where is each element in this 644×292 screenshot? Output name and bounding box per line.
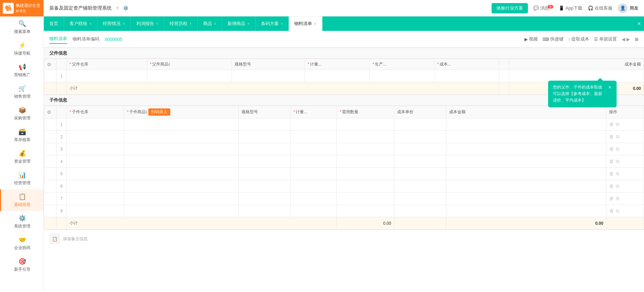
- child-cell-qty-5[interactable]: [337, 168, 394, 180]
- child-cell-unitcost-2[interactable]: [394, 131, 446, 143]
- child-cell-unit-7[interactable]: [290, 192, 337, 205]
- child-cell-unitcost-5[interactable]: [394, 168, 446, 180]
- delete-icon-4[interactable]: 🗑: [609, 159, 614, 164]
- delete-icon-7[interactable]: 🗑: [609, 196, 614, 201]
- child-cell-warehouse-3[interactable]: [67, 143, 124, 155]
- child-cell-spec-7[interactable]: [238, 192, 290, 205]
- sidebar-item-system[interactable]: ⚙️系统管理: [0, 211, 44, 233]
- delete-icon-2[interactable]: 🗑: [609, 134, 614, 140]
- parent-cell-unit-1[interactable]: [305, 70, 370, 82]
- parent-cell-goods-1[interactable]: [147, 70, 232, 82]
- nav-tab-7[interactable]: 条码方案×: [256, 16, 289, 31]
- nav-tab-close-3[interactable]: ×: [156, 22, 158, 26]
- child-cell-warehouse-7[interactable]: [67, 192, 124, 205]
- child-cell-spec-2[interactable]: [238, 131, 290, 143]
- message-button[interactable]: 💬 消息: [533, 5, 549, 11]
- sidebar-item-operations[interactable]: 📊经营管理: [0, 168, 44, 189]
- copy-icon-4[interactable]: ⧉: [616, 159, 619, 164]
- child-cell-unitcost-7[interactable]: [394, 192, 446, 205]
- child-cell-goods-7[interactable]: [124, 192, 238, 205]
- child-cell-spec-8[interactable]: [238, 205, 290, 217]
- delete-icon-3[interactable]: 🗑: [609, 146, 614, 152]
- child-cell-qty-3[interactable]: [337, 143, 394, 155]
- nav-tab-1[interactable]: 客户联络×: [64, 16, 97, 31]
- nav-tab-0[interactable]: 首页: [44, 16, 64, 31]
- child-cell-warehouse-1[interactable]: [67, 118, 124, 131]
- tooltip-close-button[interactable]: ✕: [608, 84, 612, 91]
- child-cell-spec-5[interactable]: [238, 168, 290, 180]
- sidebar-item-inventory[interactable]: 🗃️库存核算: [0, 125, 44, 146]
- child-cell-unit-6[interactable]: [290, 180, 337, 192]
- child-cell-warehouse-5[interactable]: [67, 168, 124, 180]
- child-cell-goods-1[interactable]: [124, 118, 238, 131]
- child-cell-warehouse-8[interactable]: [67, 205, 124, 217]
- sidebar-item-search[interactable]: 🔍搜索菜单: [0, 16, 44, 38]
- child-cell-qty-6[interactable]: [337, 180, 394, 192]
- scan-button[interactable]: 扫码录入: [148, 108, 170, 116]
- sidebar-item-finance[interactable]: 💰资金管理: [0, 146, 44, 168]
- bottom-icon[interactable]: 📋: [49, 233, 60, 244]
- child-cell-unit-1[interactable]: [290, 118, 337, 131]
- prev-button[interactable]: ◀: [622, 37, 625, 42]
- nav-tab-close-4[interactable]: ×: [189, 22, 191, 26]
- online-service-button[interactable]: 🎧 在线客服: [588, 5, 612, 11]
- copy-icon-3[interactable]: ⧉: [616, 146, 619, 152]
- nav-tab-4[interactable]: 经营历程×: [164, 16, 197, 31]
- next-button[interactable]: ▶: [627, 37, 630, 42]
- child-cell-unitcost-1[interactable]: [394, 118, 446, 131]
- sidebar-item-sales[interactable]: 🛒销售管理: [0, 81, 44, 103]
- nav-tab-5[interactable]: 商品×: [198, 16, 222, 31]
- child-cell-unit-3[interactable]: [290, 143, 337, 155]
- child-cell-spec-1[interactable]: [238, 118, 290, 131]
- sidebar-item-quick-nav[interactable]: ⚡快捷导航: [0, 38, 44, 60]
- child-cell-qty-7[interactable]: [337, 192, 394, 205]
- sidebar-item-enterprise[interactable]: 🤝企业协同: [0, 233, 44, 254]
- nav-tab-close-8[interactable]: ×: [314, 22, 316, 26]
- sub-tab-bom[interactable]: 物料清单: [49, 34, 67, 44]
- parent-cell-warehouse-1[interactable]: [67, 70, 147, 82]
- nav-tab-close-7[interactable]: ×: [281, 22, 283, 26]
- child-cell-qty-1[interactable]: [337, 118, 394, 131]
- child-cell-unitcost-8[interactable]: [394, 205, 446, 217]
- copy-icon-1[interactable]: ⧉: [616, 121, 619, 127]
- child-cell-spec-6[interactable]: [238, 180, 290, 192]
- child-cell-qty-4[interactable]: [337, 155, 394, 168]
- parent-cell-cost-1[interactable]: [434, 70, 499, 82]
- trial-button[interactable]: 体验行业方案: [492, 3, 528, 13]
- delete-icon-6[interactable]: 🗑: [609, 183, 614, 189]
- child-cell-unitcost-4[interactable]: [394, 155, 446, 168]
- sub-tab-code[interactable]: 物料清单编码: [73, 35, 99, 44]
- video-tool[interactable]: ▶ 视频: [524, 36, 538, 42]
- grid-view-icon[interactable]: ⊞: [635, 37, 639, 42]
- sidebar-item-guide[interactable]: 🎯新手引导: [0, 254, 44, 276]
- extract-cost-tool[interactable]: ↑ 提取成本: [568, 36, 590, 42]
- child-cell-unit-5[interactable]: [290, 168, 337, 180]
- child-cell-goods-4[interactable]: [124, 155, 238, 168]
- child-cell-goods-5[interactable]: [124, 168, 238, 180]
- sidebar-item-purchase[interactable]: 📦采购管理: [0, 103, 44, 125]
- child-cell-unitcost-6[interactable]: [394, 180, 446, 192]
- sidebar-item-marketing[interactable]: 📢营销推广: [0, 60, 44, 81]
- child-cell-warehouse-6[interactable]: [67, 180, 124, 192]
- child-th-settings[interactable]: ⚙: [44, 106, 57, 118]
- parent-cell-spec-1[interactable]: [232, 70, 305, 82]
- copy-icon-6[interactable]: ⧉: [616, 183, 619, 189]
- single-settings-tool[interactable]: ☰ 单据设置: [594, 36, 617, 42]
- nav-tab-8[interactable]: 物料清单×: [289, 16, 322, 31]
- child-cell-spec-4[interactable]: [238, 155, 290, 168]
- nav-tab-close-5[interactable]: ×: [214, 22, 216, 26]
- copy-icon-5[interactable]: ⧉: [616, 171, 619, 177]
- parent-th-settings[interactable]: ⚙: [44, 59, 57, 70]
- child-cell-unitcost-3[interactable]: [394, 143, 446, 155]
- settings-button[interactable]: ⚙️: [123, 5, 128, 11]
- copy-icon-2[interactable]: ⧉: [616, 134, 619, 140]
- child-cell-warehouse-2[interactable]: [67, 131, 124, 143]
- sidebar-item-basic-info[interactable]: 📋基础信息: [0, 189, 44, 211]
- child-cell-qty-2[interactable]: [337, 131, 394, 143]
- copy-icon-8[interactable]: ⧉: [616, 208, 619, 214]
- copy-icon-7[interactable]: ⧉: [616, 196, 619, 201]
- nav-tab-close-2[interactable]: ×: [123, 22, 125, 26]
- child-cell-qty-8[interactable]: [337, 205, 394, 217]
- nav-tab-6[interactable]: 新增商品×: [222, 16, 255, 31]
- delete-icon-8[interactable]: 🗑: [609, 208, 614, 214]
